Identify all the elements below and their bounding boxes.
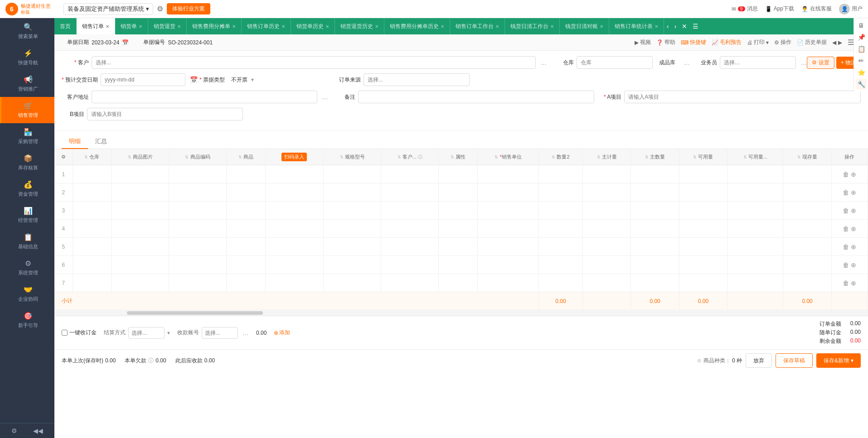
cell-img-5[interactable] xyxy=(112,238,169,256)
cell-avail2-5[interactable] xyxy=(727,238,783,256)
cell-img-4[interactable] xyxy=(112,220,169,238)
cell-warehouse-2[interactable] xyxy=(73,183,112,202)
industry-btn[interactable]: 体验行业方案 xyxy=(167,3,210,14)
cell-main-qty-5[interactable] xyxy=(631,238,679,256)
tab-order-stats[interactable]: 销售订单统计表 ✕ xyxy=(609,18,664,34)
cell-product-2[interactable] xyxy=(226,183,265,202)
cell-avail2-4[interactable] xyxy=(727,220,783,238)
invoice-type-dropdown-icon[interactable]: ▾ xyxy=(251,77,254,83)
col-settings[interactable]: ⚙ xyxy=(54,149,73,165)
b-project-input[interactable] xyxy=(87,108,243,120)
sidebar-item-system[interactable]: ⚙ 系统管理 xyxy=(0,255,54,281)
tab-summary[interactable]: 汇总 xyxy=(88,135,114,149)
tab-close-icon[interactable]: ✕ xyxy=(232,24,236,29)
view-btn[interactable]: ▶ 视频 xyxy=(635,39,651,46)
tab-menu-btn[interactable]: ☰ xyxy=(690,23,701,30)
tab-close-icon[interactable]: ✕ xyxy=(375,24,378,29)
cell-attr-2[interactable] xyxy=(439,183,478,202)
sidebar-item-collab[interactable]: 🤝 企业协同 xyxy=(0,281,54,307)
cell-cust-code-5[interactable] xyxy=(381,238,439,256)
salesman-expand-icon[interactable]: … xyxy=(800,59,807,66)
cell-qty2-3[interactable] xyxy=(538,202,582,220)
tab-prev-btn[interactable]: ‹ xyxy=(664,23,672,30)
cell-main-qty-4[interactable] xyxy=(631,220,679,238)
right-sidebar-orange-btn[interactable]: 🔧 xyxy=(856,79,867,90)
row-delete-btn-7[interactable]: 🗑 xyxy=(843,279,849,287)
addr-expand-icon[interactable]: … xyxy=(322,93,328,101)
row-copy-btn-1[interactable]: ⊕ xyxy=(851,171,856,178)
cell-current-1[interactable] xyxy=(783,165,831,183)
col-current[interactable]: ⇅ 现存量 xyxy=(783,149,831,165)
tab-daily-reconcile[interactable]: 钱货日清对账 ✕ xyxy=(560,18,609,34)
col-available[interactable]: ⇅ 可用量 xyxy=(679,149,727,165)
sidebar-item-guide[interactable]: 🎯 新手引导 xyxy=(0,307,54,333)
customer-input[interactable] xyxy=(92,56,536,69)
cell-warehouse-7[interactable] xyxy=(73,274,112,292)
cell-code-7[interactable] xyxy=(169,274,227,292)
col-unit[interactable]: ⇅ *销售单位 xyxy=(478,149,539,165)
cell-avail2-7[interactable] xyxy=(727,274,783,292)
col-attr[interactable]: ⇅ 属性 xyxy=(439,149,478,165)
delivery-date-calendar-icon[interactable]: 📅 xyxy=(190,76,198,83)
prev-record-btn[interactable]: ◀ xyxy=(832,39,836,46)
cell-attr-5[interactable] xyxy=(439,238,478,256)
row-delete-btn-1[interactable]: 🗑 xyxy=(843,171,849,178)
customer-expand-icon[interactable]: … xyxy=(540,59,547,66)
cell-code-6[interactable] xyxy=(169,256,227,274)
cell-barcode-2[interactable] xyxy=(265,183,324,202)
cell-warehouse-4[interactable] xyxy=(73,220,112,238)
tab-order-workbench[interactable]: 销售订单工作台 ✕ xyxy=(450,18,505,34)
cell-attr-3[interactable] xyxy=(439,202,478,220)
cell-code-1[interactable] xyxy=(169,165,227,183)
history-btn[interactable]: 📄 历史单据 xyxy=(797,39,827,46)
settlement-input[interactable] xyxy=(128,327,165,339)
cell-img-1[interactable] xyxy=(112,165,169,183)
cell-current-5[interactable] xyxy=(783,238,831,256)
cell-cust-code-3[interactable] xyxy=(381,202,439,220)
col-product-code[interactable]: ⇅ 商品编码 xyxy=(169,149,227,165)
tab-sales-invoice[interactable]: 销货单 ✕ xyxy=(115,18,148,34)
cell-barcode-4[interactable] xyxy=(265,220,324,238)
right-sidebar-clipboard-btn[interactable]: 📋 xyxy=(856,43,867,54)
row-copy-btn-3[interactable]: ⊕ xyxy=(851,207,856,214)
system-title[interactable]: 装备及固定资产辅助管理系统 ▾ xyxy=(63,3,153,15)
cell-product-5[interactable] xyxy=(226,238,265,256)
app-download-action[interactable]: 📱 App下载 xyxy=(765,5,794,13)
cell-avail2-6[interactable] xyxy=(727,256,783,274)
cell-avail2-1[interactable] xyxy=(727,165,783,183)
cell-main-unit-3[interactable] xyxy=(583,202,631,220)
barcode-input-btn[interactable]: 扫码录入 xyxy=(281,153,307,161)
sidebar-item-basic[interactable]: 📋 基础信息 xyxy=(0,228,54,255)
cell-code-2[interactable] xyxy=(169,183,227,202)
tab-close-icon[interactable]: ✕ xyxy=(106,24,109,29)
col-product-img[interactable]: ⇅ 商品图片 xyxy=(112,149,169,165)
cell-spec-1[interactable] xyxy=(324,165,381,183)
row-delete-btn-2[interactable]: 🗑 xyxy=(843,189,849,196)
sidebar-item-sales[interactable]: 🛒 销售管理 xyxy=(0,97,54,123)
tab-return-history[interactable]: 销货退货历史 ✕ xyxy=(335,18,384,34)
cell-main-qty-2[interactable] xyxy=(631,183,679,202)
cell-main-unit-4[interactable] xyxy=(583,220,631,238)
row-copy-btn-6[interactable]: ⊕ xyxy=(851,261,856,269)
cell-cust-code-4[interactable] xyxy=(381,220,439,238)
sidebar-item-finance[interactable]: 💰 资金管理 xyxy=(0,176,54,202)
tab-home[interactable]: 首页 xyxy=(54,18,77,34)
cell-warehouse-6[interactable] xyxy=(73,256,112,274)
cell-main-unit-7[interactable] xyxy=(583,274,631,292)
col-qty2[interactable]: ⇅ 数量2 xyxy=(538,149,582,165)
cell-product-1[interactable] xyxy=(226,165,265,183)
cell-current-2[interactable] xyxy=(783,183,831,202)
row-copy-btn-7[interactable]: ⊕ xyxy=(851,279,856,287)
cell-code-5[interactable] xyxy=(169,238,227,256)
shortcut-btn[interactable]: ⌨ 快捷键 xyxy=(681,39,706,46)
tab-close-icon[interactable]: ✕ xyxy=(325,24,329,29)
sidebar-item-marketing[interactable]: 📢 营销推广 xyxy=(0,71,54,97)
right-sidebar-pin-btn[interactable]: 📌 xyxy=(856,32,867,43)
quick-order-checkbox[interactable]: 一键收订金 xyxy=(62,329,97,337)
warehouse-input[interactable] xyxy=(577,56,653,69)
cell-warehouse-1[interactable] xyxy=(73,165,112,183)
cell-main-unit-6[interactable] xyxy=(583,256,631,274)
account-expand-icon[interactable]: … xyxy=(242,329,249,337)
tab-close-icon[interactable]: ✕ xyxy=(550,24,554,29)
cell-product-7[interactable] xyxy=(226,274,265,292)
